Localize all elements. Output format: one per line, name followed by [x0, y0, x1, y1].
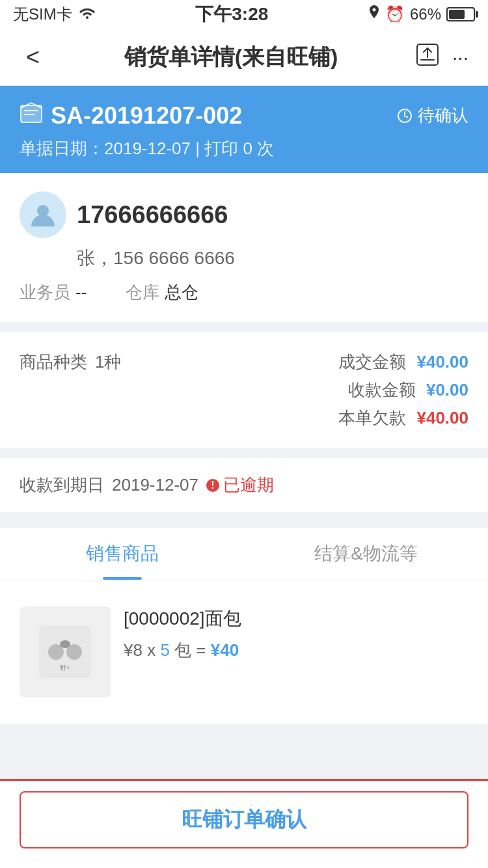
product-types-label: 商品种类 [20, 351, 87, 373]
order-id-row: SA-20191207-002 [20, 102, 242, 129]
order-header-top: SA-20191207-002 待确认 [20, 102, 468, 129]
warehouse-value: 总仓 [165, 281, 198, 304]
tab-sales-products[interactable]: 销售商品 [0, 528, 244, 580]
share-button[interactable] [416, 43, 439, 71]
summary-left: 商品种类 1种 [20, 351, 121, 373]
total-price: ¥40 [211, 640, 239, 660]
owed-amount-value: ¥40.00 [416, 408, 468, 428]
warehouse-field: 仓库 总仓 [126, 281, 198, 304]
status-left: 无SIM卡 [13, 4, 96, 25]
unit-price: ¥8 [124, 640, 142, 660]
unit-text: 包 [174, 640, 191, 660]
quantity: 5 [160, 640, 169, 660]
order-id: SA-20191207-002 [51, 102, 242, 129]
received-amount-row: 收款金额 ¥0.00 [348, 379, 468, 401]
back-button[interactable]: < [20, 37, 46, 77]
product-list: 野+ [0000002]面包 ¥8 x 5 包 = ¥40 [0, 580, 488, 724]
summary-right: 成交金额 ¥40.00 收款金额 ¥0.00 本单欠款 ¥40.00 [338, 351, 468, 429]
product-types-value: 1种 [95, 351, 121, 373]
received-amount-label: 收款金额 [348, 379, 416, 401]
owed-amount-row: 本单欠款 ¥40.00 [338, 407, 468, 429]
overdue-badge: ! 已逾期 [206, 474, 274, 496]
equals-sign: = [196, 640, 210, 660]
due-date-value: 2019-12-07 [112, 475, 198, 495]
salesperson-value: -- [75, 282, 87, 303]
product-types-row: 商品种类 1种 [20, 351, 121, 373]
order-status-text: 待确认 [418, 104, 468, 127]
avatar [20, 191, 66, 238]
received-amount-value: ¥0.00 [426, 380, 468, 400]
status-bar: 无SIM卡 下午3:28 ⏰ 66% [0, 0, 488, 29]
warehouse-label: 仓库 [126, 281, 159, 304]
product-name: [0000002]面包 [124, 606, 468, 631]
order-header: SA-20191207-002 待确认 单据日期：2019-12-07 | 打印… [0, 86, 488, 173]
due-date-section: 收款到期日 2019-12-07 ! 已逾期 [0, 458, 488, 512]
customer-section: 17666666666 张，156 6666 6666 业务员 -- 仓库 总仓 [0, 173, 488, 322]
location-icon [368, 5, 380, 23]
summary-section: 商品种类 1种 成交金额 ¥40.00 收款金额 ¥0.00 本单欠款 ¥40.… [0, 332, 488, 448]
customer-top: 17666666666 [20, 191, 468, 238]
customer-name: 张，156 6666 6666 [20, 246, 468, 271]
salesperson-label: 业务员 [20, 281, 70, 304]
deal-amount-row: 成交金额 ¥40.00 [338, 351, 468, 373]
tabs-bar: 销售商品 结算&物流等 [0, 528, 488, 580]
multiply-sign: x [147, 640, 160, 660]
carrier-text: 无SIM卡 [13, 4, 72, 25]
more-button[interactable]: ··· [452, 46, 468, 68]
salesperson-field: 业务员 -- [20, 281, 87, 304]
due-date-label: 收款到期日 [20, 474, 104, 496]
page-title: 销货单详情(来自旺铺) [124, 42, 338, 72]
section-divider [0, 517, 488, 528]
overdue-text: 已逾期 [223, 474, 274, 496]
bottom-bar: 旺铺订单确认 [0, 779, 488, 868]
wifi-icon [79, 6, 96, 23]
product-price-row: ¥8 x 5 包 = ¥40 [124, 639, 468, 662]
battery-text: 66% [410, 5, 441, 23]
nav-bar: < 销货单详情(来自旺铺) ··· [0, 29, 488, 86]
product-info: [0000002]面包 ¥8 x 5 包 = ¥40 [124, 606, 468, 662]
customer-meta: 业务员 -- 仓库 总仓 [20, 281, 468, 304]
status-time: 下午3:28 [195, 2, 268, 27]
deal-amount-label: 成交金额 [338, 351, 406, 373]
product-thumbnail: 野+ [20, 606, 111, 698]
nav-actions: ··· [416, 43, 468, 71]
battery-icon [446, 7, 475, 21]
svg-text:野+: 野+ [60, 664, 70, 671]
product-item: 野+ [0000002]面包 ¥8 x 5 包 = ¥40 [20, 593, 468, 711]
overdue-dot-icon: ! [206, 479, 219, 492]
order-icon [20, 102, 43, 129]
owed-amount-label: 本单欠款 [338, 407, 406, 429]
customer-phone: 17666666666 [77, 201, 228, 229]
status-right: ⏰ 66% [368, 5, 475, 23]
deal-amount-value: ¥40.00 [416, 352, 468, 372]
confirm-button[interactable]: 旺铺订单确认 [20, 791, 468, 848]
order-date-row: 单据日期：2019-12-07 | 打印 0 次 [20, 137, 468, 160]
alarm-icon: ⏰ [385, 5, 405, 23]
svg-point-7 [60, 640, 70, 648]
order-status: 待确认 [397, 104, 468, 127]
tab-settlement[interactable]: 结算&物流等 [244, 528, 488, 580]
